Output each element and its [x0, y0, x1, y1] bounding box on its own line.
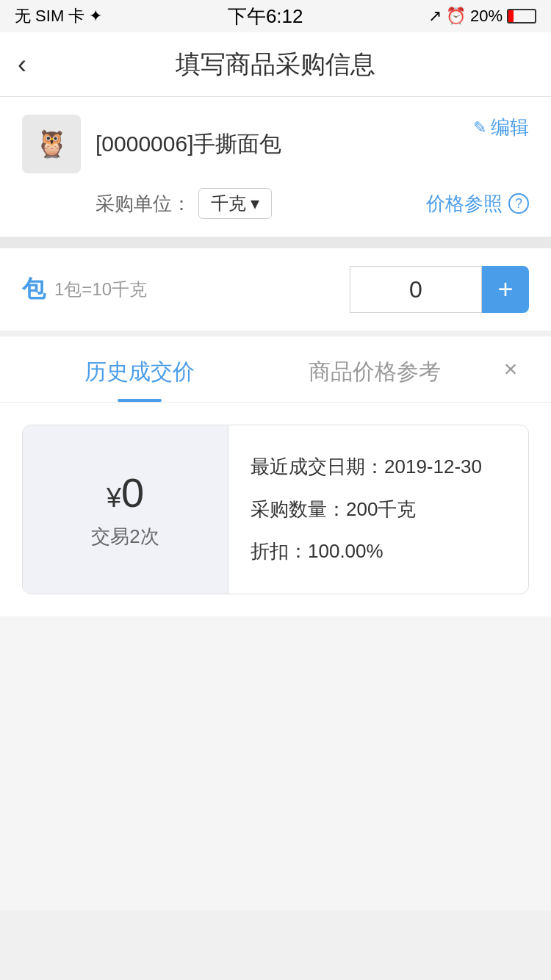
- quantity-unit: 包: [22, 273, 46, 306]
- product-icon: 🦉: [35, 129, 68, 159]
- quantity-conversion: 1包=10千克: [54, 278, 147, 301]
- product-header: 🦉 [0000006]手撕面包 ✎ 编辑: [22, 115, 529, 173]
- price-card-summary: ¥0 交易2次: [23, 425, 228, 594]
- price-value: 0: [121, 469, 144, 516]
- price-detail-quantity: 采购数量：200千克: [251, 494, 506, 525]
- tab-history-price-label: 历史成交价: [84, 359, 195, 383]
- nav-bar: ‹ 填写商品采购信息: [0, 32, 551, 97]
- tabs-section: 历史成交价 商品价格参考 × ¥0 交易2次 最近成交日期：2019-12-30…: [0, 336, 551, 616]
- help-icon: ?: [508, 193, 529, 214]
- purchase-unit-label: 采购单位：: [96, 191, 191, 217]
- battery-percent: 20%: [470, 7, 503, 26]
- status-left: 无 SIM 卡 ✦: [15, 5, 102, 27]
- quantity-plus-button[interactable]: +: [482, 266, 529, 313]
- price-detail-discount: 折扣：100.00%: [251, 536, 506, 567]
- page-title: 填写商品采购信息: [176, 48, 375, 82]
- bottom-area: [0, 616, 551, 910]
- alarm-icon: ⏰: [446, 7, 466, 26]
- tab-product-price-ref[interactable]: 商品价格参考: [257, 336, 492, 402]
- date-value: 2019-12-30: [384, 455, 482, 478]
- purchase-unit: 采购单位： 千克 ▾: [96, 188, 272, 219]
- back-button[interactable]: ‹: [18, 49, 26, 80]
- price-detail-date: 最近成交日期：2019-12-30: [251, 452, 506, 483]
- tab-history-price[interactable]: 历史成交价: [22, 336, 257, 402]
- sim-status: 无 SIM 卡 ✦: [15, 5, 102, 27]
- product-section: 🦉 [0000006]手撕面包 ✎ 编辑 采购单位： 千克 ▾ 价格参照 ?: [0, 97, 551, 237]
- section-divider: [0, 237, 551, 248]
- tab-product-price-ref-label: 商品价格参考: [309, 359, 441, 383]
- edit-label: 编辑: [491, 115, 529, 140]
- quantity-label: 包 1包=10千克: [22, 273, 147, 306]
- price-reference-button[interactable]: 价格参照 ?: [426, 191, 529, 217]
- status-bar: 无 SIM 卡 ✦ 下午6:12 ↗ ⏰ 20%: [0, 0, 551, 32]
- date-label: 最近成交日期：: [251, 455, 384, 478]
- quantity-row: 包 1包=10千克 +: [0, 248, 551, 331]
- qty-value: 200千克: [346, 498, 416, 520]
- price-card-details: 最近成交日期：2019-12-30 采购数量：200千克 折扣：100.00%: [228, 425, 528, 594]
- price-ref-label: 价格参照: [426, 191, 503, 217]
- unit-select-dropdown[interactable]: 千克 ▾: [198, 188, 272, 219]
- price-amount-display: ¥0: [107, 469, 144, 516]
- product-meta: 采购单位： 千克 ▾ 价格参照 ?: [96, 188, 529, 219]
- product-name: [0000006]手撕面包: [96, 129, 281, 159]
- edit-button[interactable]: ✎ 编辑: [473, 115, 529, 140]
- edit-icon: ✎: [473, 118, 486, 137]
- currency-symbol: ¥: [107, 483, 121, 513]
- qty-label: 采购数量：: [251, 498, 346, 520]
- battery-icon: [507, 9, 536, 24]
- product-left: 🦉 [0000006]手撕面包: [22, 115, 281, 173]
- price-cards: ¥0 交易2次 最近成交日期：2019-12-30 采购数量：200千克 折扣：…: [0, 403, 551, 616]
- product-thumbnail: 🦉: [22, 115, 81, 173]
- dropdown-arrow-icon: ▾: [251, 193, 259, 214]
- location-icon: ↗: [428, 7, 442, 26]
- discount-label: 折扣：: [251, 540, 308, 562]
- quantity-input-group: +: [350, 266, 529, 313]
- transaction-count: 交易2次: [91, 524, 159, 550]
- status-time: 下午6:12: [228, 4, 303, 29]
- status-right: ↗ ⏰ 20%: [428, 7, 536, 26]
- unit-value: 千克: [211, 192, 246, 215]
- tabs-header: 历史成交价 商品价格参考 ×: [0, 336, 551, 403]
- quantity-input[interactable]: [350, 266, 482, 313]
- price-card: ¥0 交易2次 最近成交日期：2019-12-30 采购数量：200千克 折扣：…: [22, 425, 529, 594]
- discount-value: 100.00%: [308, 540, 383, 562]
- tab-close-button[interactable]: ×: [492, 351, 529, 388]
